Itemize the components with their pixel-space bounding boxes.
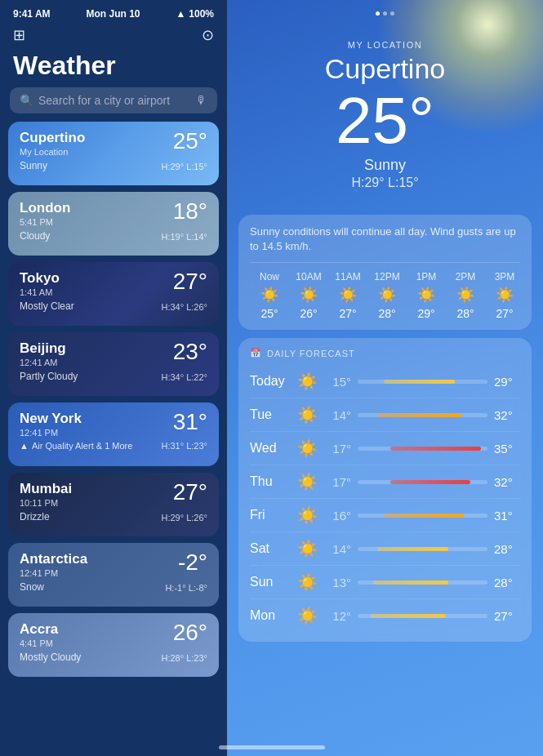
daily-rows: Today ☀️ 15° 29° Tue ☀️ 14° 32° Wed ☀️ 1… bbox=[250, 365, 520, 632]
daily-hi: 32° bbox=[494, 408, 520, 422]
temp-bar bbox=[390, 447, 481, 451]
date: Mon Jun 10 bbox=[86, 8, 140, 20]
daily-row: Fri ☀️ 16° 31° bbox=[250, 499, 520, 532]
daily-day: Wed bbox=[250, 441, 289, 456]
city-subtitle: 1:41 AM bbox=[20, 287, 60, 297]
hourly-icon: ☀️ bbox=[300, 286, 318, 304]
city-condition: Sunny bbox=[20, 160, 47, 171]
city-condition: Partly Cloudy bbox=[20, 371, 78, 382]
daily-lo: 14° bbox=[325, 542, 351, 556]
main-location: MY LOCATION Cupertino 25° Sunny H:29° L:… bbox=[227, 16, 543, 198]
temp-bar bbox=[377, 413, 461, 417]
hourly-item: 2PM ☀️ 28° bbox=[446, 271, 485, 320]
city-name: Mumbai bbox=[20, 481, 72, 497]
mic-icon[interactable]: 🎙 bbox=[196, 94, 207, 107]
hourly-item: Now ☀️ 25° bbox=[250, 271, 289, 320]
temp-bar bbox=[373, 580, 448, 585]
daily-day: Thu bbox=[250, 474, 289, 489]
main-city-name: Cupertino bbox=[243, 53, 527, 85]
city-card-cupertino[interactable]: Cupertino My Location 25° Sunny H:29° L:… bbox=[8, 122, 219, 185]
city-hi-lo: H:31° L:23° bbox=[162, 441, 208, 451]
home-indicator bbox=[219, 745, 325, 749]
hourly-time: 10AM bbox=[296, 271, 321, 282]
city-subtitle: 12:41 PM bbox=[20, 568, 87, 578]
daily-hi: 27° bbox=[494, 609, 520, 623]
daily-lo: 16° bbox=[325, 509, 351, 523]
city-name: Antarctica bbox=[20, 551, 87, 567]
daily-day: Today bbox=[250, 374, 289, 389]
daily-hi: 35° bbox=[494, 442, 520, 456]
temp-bar bbox=[371, 614, 446, 618]
city-card-newyork[interactable]: New York 12:41 PM 31° ▲ Air Quality Aler… bbox=[8, 402, 219, 466]
city-subtitle: 5:41 PM bbox=[20, 217, 70, 227]
hourly-item: 10AM ☀️ 26° bbox=[289, 271, 328, 320]
hourly-time: 3PM bbox=[495, 271, 515, 282]
city-card-beijing[interactable]: Beijing 12:41 AM 23° Partly Cloudy H:34°… bbox=[8, 332, 219, 396]
city-temp: 23° bbox=[173, 340, 207, 363]
daily-row: Wed ☀️ 17° 35° bbox=[250, 432, 520, 465]
temp-bar-container bbox=[358, 614, 487, 618]
hourly-temp: 29° bbox=[417, 307, 434, 320]
calendar-icon: 📅 bbox=[250, 348, 262, 358]
daily-header: 📅 DAILY FORECAST bbox=[250, 348, 520, 358]
status-right: ▲ 100% bbox=[176, 8, 214, 20]
main-lo: L:15° bbox=[388, 176, 419, 189]
main-hi: H:29° bbox=[351, 176, 384, 189]
hourly-temp: 27° bbox=[496, 307, 513, 320]
city-name: Accra bbox=[20, 621, 58, 638]
city-hi-lo: H:34° L:26° bbox=[162, 302, 208, 312]
city-name: Cupertino bbox=[20, 130, 85, 146]
city-temp: 26° bbox=[173, 621, 207, 644]
daily-row: Thu ☀️ 17° 32° bbox=[250, 465, 520, 499]
daily-sun-icon: ☀️ bbox=[296, 505, 318, 525]
temp-bar-container bbox=[358, 447, 487, 451]
daily-lo: 13° bbox=[325, 576, 351, 589]
daily-hi: 28° bbox=[494, 576, 520, 589]
daily-lo: 17° bbox=[325, 475, 351, 489]
city-condition: Drizzle bbox=[20, 511, 50, 523]
city-card-tokyo[interactable]: Tokyo 1:41 AM 27° Mostly Clear H:34° L:2… bbox=[8, 262, 219, 326]
city-name: Tokyo bbox=[20, 270, 60, 287]
city-temp: 27° bbox=[173, 270, 207, 293]
city-card-antarctica[interactable]: Antarctica 12:41 PM -2° Snow H:-1° L:-8° bbox=[8, 543, 219, 607]
city-hi-lo: H:28° L:23° bbox=[162, 653, 208, 663]
hourly-item: 1PM ☀️ 29° bbox=[407, 271, 446, 320]
daily-sun-icon: ☀️ bbox=[296, 539, 318, 558]
hourly-row: Now ☀️ 25° 10AM ☀️ 26° 11AM ☀️ 27° 12PM … bbox=[250, 271, 520, 320]
main-hi-lo: H:29° L:15° bbox=[243, 176, 527, 190]
hourly-temp: 28° bbox=[378, 307, 395, 320]
city-card-london[interactable]: London 5:41 PM 18° Cloudy H:19° L:14° bbox=[8, 192, 219, 256]
daily-sun-icon: ☀️ bbox=[296, 606, 318, 625]
daily-day: Fri bbox=[250, 508, 289, 523]
city-card-accra[interactable]: Accra 4:41 PM 26° Mostly Cloudy H:28° L:… bbox=[8, 613, 219, 677]
temp-bar-container bbox=[358, 480, 487, 484]
alert-icon: ▲ bbox=[20, 441, 29, 451]
daily-row: Sun ☀️ 13° 28° bbox=[250, 566, 520, 599]
hourly-item: 11AM ☀️ 27° bbox=[328, 271, 367, 320]
daily-day: Sun bbox=[250, 575, 289, 589]
my-location-label: MY LOCATION bbox=[243, 40, 527, 50]
battery: 100% bbox=[189, 8, 214, 20]
temp-bar bbox=[390, 480, 471, 484]
sidebar-toggle-icon[interactable]: ⊞ bbox=[13, 26, 25, 44]
hourly-temp: 27° bbox=[339, 307, 356, 320]
hourly-icon: ☀️ bbox=[456, 286, 474, 304]
daily-day: Tue bbox=[250, 407, 289, 422]
search-icon: 🔍 bbox=[20, 94, 33, 107]
cities-list: Cupertino My Location 25° Sunny H:29° L:… bbox=[0, 122, 227, 756]
daily-sun-icon: ☀️ bbox=[296, 438, 318, 458]
city-subtitle: My Location bbox=[20, 147, 85, 157]
city-hi-lo: H:29° L:26° bbox=[162, 513, 208, 523]
more-options-icon[interactable]: ⊙ bbox=[202, 26, 214, 44]
app-title: Weather bbox=[0, 47, 227, 87]
city-condition: Mostly Cloudy bbox=[20, 651, 81, 663]
daily-lo: 14° bbox=[325, 408, 351, 422]
daily-sun-icon: ☀️ bbox=[296, 572, 318, 592]
page-dots bbox=[227, 0, 543, 16]
temp-bar bbox=[384, 514, 465, 518]
search-input[interactable] bbox=[38, 94, 191, 107]
daily-lo: 15° bbox=[325, 375, 351, 389]
daily-sun-icon: ☀️ bbox=[296, 472, 318, 491]
city-card-mumbai[interactable]: Mumbai 10:11 PM 27° Drizzle H:29° L:26° bbox=[8, 473, 219, 536]
city-temp: 27° bbox=[173, 481, 207, 504]
